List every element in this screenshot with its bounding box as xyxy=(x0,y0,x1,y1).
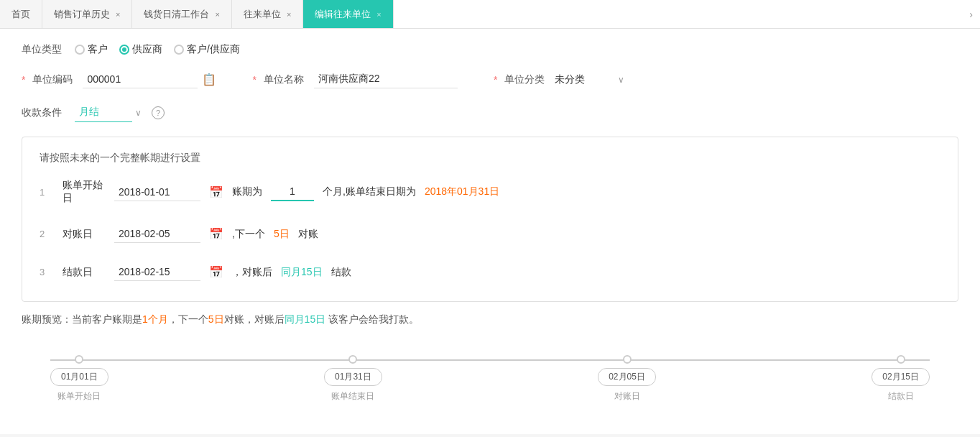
unit-type-radio-group: 客户 供应商 客户/供应商 xyxy=(75,43,240,56)
timeline-dot-1 xyxy=(348,355,357,364)
unit-name-label: 单位名称 xyxy=(264,73,304,86)
period-prefix-2: ,下一个 xyxy=(232,228,265,241)
radio-supplier-circle xyxy=(119,45,129,55)
payment-terms-chevron-icon: ∨ xyxy=(135,108,142,118)
radio-supplier-label: 供应商 xyxy=(132,43,162,56)
period-label-2: 对账日 xyxy=(63,228,106,241)
timeline-section: 01月01日 账单开始日 01月31日 账单结束日 02月05日 对账日 02月… xyxy=(22,341,958,420)
classify-chevron-icon: ∨ xyxy=(618,75,624,85)
tab-sales-history[interactable]: 销售订单历史 × xyxy=(42,0,132,28)
tab-sales-history-close[interactable]: × xyxy=(116,10,120,19)
period-label-1: 账单开始日 xyxy=(63,179,106,205)
unit-classify-field: * 单位分类 未分类 ∨ xyxy=(494,73,624,86)
period-months-input[interactable] xyxy=(271,183,314,201)
timeline-points: 01月01日 账单开始日 01月31日 账单结束日 02月05日 对账日 02月… xyxy=(50,341,930,402)
period-label-3: 结款日 xyxy=(63,266,106,279)
period-row-1: 1 账单开始日 📅 账期为 个月,账单结束日期为 2018年01月31日 xyxy=(40,179,940,205)
timeline-label-0: 账单开始日 xyxy=(57,390,101,402)
period-calendar-1[interactable]: 📅 xyxy=(209,185,223,199)
period-date-2[interactable] xyxy=(114,225,200,243)
period-suffix-before-1: 账期为 xyxy=(232,185,262,198)
tab-partners-close[interactable]: × xyxy=(287,10,291,19)
tab-cashflow[interactable]: 钱货日清工作台 × xyxy=(132,0,231,28)
unit-classify-label: 单位分类 xyxy=(504,73,545,86)
period-settings-box: 请按照未来的一个完整帐期进行设置 1 账单开始日 📅 账期为 个月,账单结束日期… xyxy=(22,137,958,302)
radio-supplier[interactable]: 供应商 xyxy=(119,43,162,56)
timeline-point-3: 02月15日 结款日 xyxy=(872,341,930,402)
period-box-title: 请按照未来的一个完整帐期进行设置 xyxy=(40,152,940,165)
period-suffix-3: 结款 xyxy=(331,266,351,279)
unit-classify-value: 未分类 xyxy=(555,73,612,86)
radio-customer-label: 客户 xyxy=(88,43,108,56)
unit-code-label: 单位编码 xyxy=(32,73,73,86)
payment-terms-select[interactable]: 月结 ∨ xyxy=(75,103,142,122)
tab-edit-partner[interactable]: 编辑往来单位 × xyxy=(303,0,393,28)
preview-part1: 1个月 xyxy=(142,313,168,325)
payment-terms-label: 收款条件 xyxy=(22,106,62,119)
unit-type-label: 单位类型 xyxy=(22,43,62,56)
radio-both-circle xyxy=(174,45,184,55)
timeline-badge-2: 02月05日 xyxy=(598,368,656,386)
tab-partners-label: 往来单位 xyxy=(244,8,281,21)
period-highlight-2: 5日 xyxy=(274,228,290,241)
timeline-wrapper: 01月01日 账单开始日 01月31日 账单结束日 02月05日 对账日 02月… xyxy=(50,341,930,398)
timeline-point-0: 01月01日 账单开始日 xyxy=(50,341,108,402)
radio-customer[interactable]: 客户 xyxy=(75,43,108,56)
period-highlight-3: 同月15日 xyxy=(281,266,323,279)
tab-sales-history-label: 销售订单历史 xyxy=(54,8,110,21)
tab-bar: 首页 销售订单历史 × 钱货日清工作台 × 往来单位 × 编辑往来单位 × › xyxy=(0,0,980,29)
tab-more-button[interactable]: › xyxy=(962,0,980,28)
unit-code-required: * xyxy=(22,74,25,86)
period-num-3: 3 xyxy=(40,267,54,277)
main-content: 单位类型 客户 供应商 客户/供应商 * 单位编码 📋 * 单位名称 xyxy=(0,29,980,434)
timeline-badge-1: 01月31日 xyxy=(324,368,382,386)
period-suffix-2: 对账 xyxy=(298,228,318,241)
period-num-2: 2 xyxy=(40,229,54,239)
timeline-label-2: 对账日 xyxy=(614,390,640,402)
timeline-point-1: 01月31日 账单结束日 xyxy=(324,341,382,402)
timeline-dot-2 xyxy=(623,355,632,364)
unit-name-field: * 单位名称 xyxy=(252,70,457,88)
timeline-badge-3: 02月15日 xyxy=(872,368,930,386)
tab-cashflow-label: 钱货日清工作台 xyxy=(144,8,209,21)
radio-both[interactable]: 客户/供应商 xyxy=(174,43,240,56)
period-calendar-3[interactable]: 📅 xyxy=(209,265,223,279)
unit-name-required: * xyxy=(252,74,256,86)
timeline-label-3: 结款日 xyxy=(888,390,914,402)
unit-code-input[interactable] xyxy=(83,70,198,88)
preview-prefix: 账期预览：当前客户账期是 xyxy=(22,313,142,325)
preview-middle1: ，下一个 xyxy=(168,313,208,325)
preview-middle2: 对账，对账后 xyxy=(224,313,285,325)
unit-classify-select[interactable]: 未分类 ∨ xyxy=(555,73,624,86)
tab-home-label: 首页 xyxy=(11,8,30,21)
period-calendar-2[interactable]: 📅 xyxy=(209,227,223,241)
timeline-dot-3 xyxy=(897,355,905,364)
radio-both-label: 客户/供应商 xyxy=(187,43,240,56)
payment-terms-help-icon[interactable]: ? xyxy=(152,106,165,119)
tab-edit-partner-close[interactable]: × xyxy=(376,10,381,19)
period-end-date-1: 2018年01月31日 xyxy=(425,185,499,198)
tab-home[interactable]: 首页 xyxy=(0,0,42,28)
preview-part2: 5日 xyxy=(208,313,224,325)
unit-classify-required: * xyxy=(494,74,497,86)
unit-type-row: 单位类型 客户 供应商 客户/供应商 xyxy=(22,43,958,56)
timeline-point-2: 02月05日 对账日 xyxy=(598,341,656,402)
unit-code-icon[interactable]: 📋 xyxy=(202,73,216,86)
preview-suffix: 该客户会给我打款。 xyxy=(328,313,419,325)
tab-cashflow-close[interactable]: × xyxy=(215,10,219,19)
period-suffix-after-1: 个月,账单结束日期为 xyxy=(323,185,416,198)
period-num-1: 1 xyxy=(40,187,54,198)
unit-code-field: * 单位编码 📋 xyxy=(22,70,216,88)
timeline-dot-0 xyxy=(75,355,83,364)
preview-part3: 同月15日 xyxy=(285,313,326,325)
payment-terms-row: 收款条件 月结 ∨ ? xyxy=(22,103,958,122)
period-date-3[interactable] xyxy=(114,263,200,281)
period-date-1[interactable] xyxy=(114,183,200,201)
preview-text: 账期预览：当前客户账期是1个月，下一个5日对账，对账后同月15日 该客户会给我打… xyxy=(22,313,958,326)
radio-customer-circle xyxy=(75,45,85,55)
payment-terms-value: 月结 xyxy=(75,103,132,122)
unit-name-input[interactable] xyxy=(314,70,458,88)
timeline-label-1: 账单结束日 xyxy=(331,390,374,402)
period-row-2: 2 对账日 📅 ,下一个5日 对账 xyxy=(40,225,940,243)
tab-partners[interactable]: 往来单位 × xyxy=(232,0,303,28)
